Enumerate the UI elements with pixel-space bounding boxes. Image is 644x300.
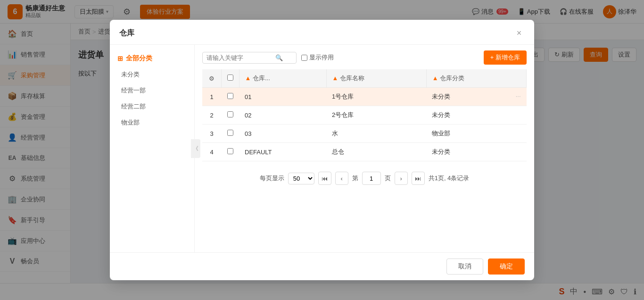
table-header-gear[interactable]: ⚙ bbox=[202, 69, 221, 88]
row-category-3: 物业部 bbox=[426, 125, 526, 143]
prev-page-button[interactable]: ‹ bbox=[335, 172, 348, 185]
all-categories-item[interactable]: ⊞ 全部分类 bbox=[110, 50, 194, 67]
category-item-property[interactable]: 物业部 bbox=[110, 115, 194, 131]
row-code-3: 03 bbox=[239, 125, 326, 143]
pagination: 每页显示 50 20 100 ⏮ ‹ 第 页 › ⏭ 共1页, 4条记录 bbox=[202, 166, 527, 187]
modal-close-button[interactable]: × bbox=[513, 27, 525, 39]
row-checkbox-2[interactable] bbox=[221, 106, 239, 125]
confirm-button[interactable]: 确定 bbox=[488, 258, 525, 275]
last-page-button[interactable]: ⏭ bbox=[412, 172, 425, 185]
cancel-button[interactable]: 取消 bbox=[446, 258, 483, 275]
row-checkbox-1[interactable] bbox=[221, 88, 239, 106]
page-of-label: 第 bbox=[352, 174, 358, 183]
grid-icon: ⊞ bbox=[117, 55, 123, 62]
row-category-4: 未分类 bbox=[426, 143, 526, 161]
warehouse-modal: 仓库 × ⊞ 全部分类 未分类 经营一部 经营二部 物业部 《 bbox=[110, 20, 534, 280]
page-number-input[interactable] bbox=[362, 172, 381, 185]
next-page-button[interactable]: › bbox=[395, 172, 408, 185]
row-name-1: 1号仓库 bbox=[326, 88, 426, 106]
row-category-2: 未分类 bbox=[426, 106, 526, 125]
pagination-summary: 共1页, 4条记录 bbox=[429, 174, 470, 183]
category-panel: ⊞ 全部分类 未分类 经营一部 经营二部 物业部 《 bbox=[110, 45, 195, 252]
row-num-4: 4 bbox=[202, 143, 221, 161]
page-label: 页 bbox=[385, 174, 391, 183]
table-row[interactable]: 4 DEFAULT 总仓 未分类 bbox=[202, 143, 527, 161]
modal-body: ⊞ 全部分类 未分类 经营一部 经营二部 物业部 《 🔍 bbox=[110, 45, 534, 252]
show-disabled-checkbox[interactable] bbox=[301, 55, 307, 61]
row-code-2: 02 bbox=[239, 106, 326, 125]
table-header-checkbox[interactable] bbox=[221, 69, 239, 88]
row-name-2: 2号仓库 bbox=[326, 106, 426, 125]
table-row[interactable]: 1 01 1号仓库 未分类 ··· bbox=[202, 88, 527, 106]
row-name-3: 水 bbox=[326, 125, 426, 143]
search-icon[interactable]: 🔍 bbox=[275, 54, 283, 61]
search-input[interactable] bbox=[206, 54, 272, 61]
table-header-code: ▲ 仓库... bbox=[239, 69, 326, 88]
sort-icon-name[interactable]: ▲ bbox=[332, 75, 339, 82]
search-box: 🔍 bbox=[202, 52, 297, 64]
sort-icon[interactable]: ▲ bbox=[245, 75, 251, 82]
modal-footer: 取消 确定 bbox=[110, 252, 534, 280]
table-toolbar: 🔍 显示停用 + 新增仓库 bbox=[202, 50, 527, 65]
modal-header: 仓库 × bbox=[110, 20, 534, 45]
add-warehouse-button[interactable]: + 新增仓库 bbox=[484, 50, 527, 65]
collapse-category-button[interactable]: 《 bbox=[191, 139, 200, 158]
all-categories-label: 全部分类 bbox=[126, 54, 152, 63]
row-category-1: 未分类 ··· bbox=[426, 88, 526, 106]
modal-title: 仓库 bbox=[119, 28, 134, 38]
table-row[interactable]: 2 02 2号仓库 未分类 bbox=[202, 106, 527, 125]
page-size-label: 每页显示 bbox=[260, 174, 284, 183]
category-item-ops1[interactable]: 经营一部 bbox=[110, 83, 194, 99]
table-row[interactable]: 3 03 水 物业部 bbox=[202, 125, 527, 143]
first-page-button[interactable]: ⏮ bbox=[318, 172, 331, 185]
row-num-2: 2 bbox=[202, 106, 221, 125]
sort-icon-cat[interactable]: ▲ bbox=[432, 75, 438, 82]
select-all-checkbox[interactable] bbox=[227, 75, 233, 81]
row-checkbox-3[interactable] bbox=[221, 125, 239, 143]
show-disabled-text: 显示停用 bbox=[309, 53, 334, 62]
table-header-name: ▲ 仓库名称 bbox=[326, 69, 426, 88]
modal-overlay[interactable]: 仓库 × ⊞ 全部分类 未分类 经营一部 经营二部 物业部 《 bbox=[0, 0, 644, 300]
warehouse-table: ⚙ ▲ 仓库... ▲ 仓库名称 ▲ 仓库分类 1 01 1号仓库 bbox=[202, 69, 527, 161]
page-size-select[interactable]: 50 20 100 bbox=[288, 173, 314, 184]
table-header-row: ⚙ ▲ 仓库... ▲ 仓库名称 ▲ 仓库分类 bbox=[202, 69, 527, 88]
table-header-category: ▲ 仓库分类 bbox=[426, 69, 526, 88]
row-num-3: 3 bbox=[202, 125, 221, 143]
category-item-unclassified[interactable]: 未分类 bbox=[110, 67, 194, 83]
table-panel: 🔍 显示停用 + 新增仓库 ⚙ ▲ 仓库... bbox=[195, 45, 534, 252]
show-disabled-label[interactable]: 显示停用 bbox=[301, 53, 334, 62]
row-name-4: 总仓 bbox=[326, 143, 426, 161]
row-code-4: DEFAULT bbox=[239, 143, 326, 161]
category-item-ops2[interactable]: 经营二部 bbox=[110, 99, 194, 115]
row-checkbox-4[interactable] bbox=[221, 143, 239, 161]
row-gear-1: 1 bbox=[202, 88, 221, 106]
row-code-1: 01 bbox=[239, 88, 326, 106]
